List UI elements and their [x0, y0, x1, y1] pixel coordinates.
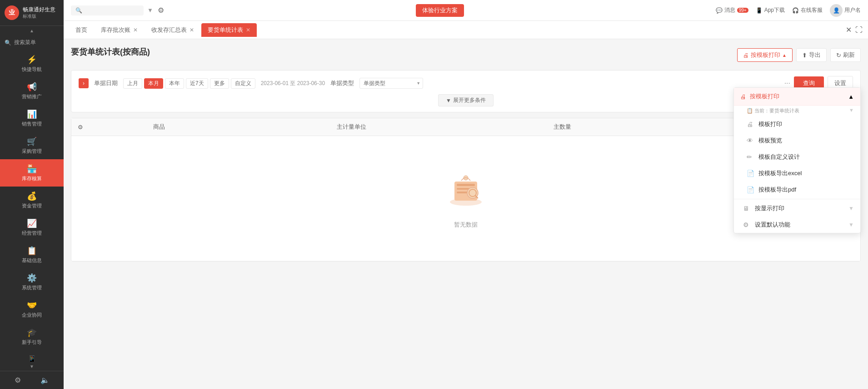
dropdown-item-set-default[interactable]: ⚙ 设置默认功能 ▼	[734, 217, 860, 233]
user-avatar[interactable]: 👤 用户名	[830, 4, 861, 17]
date-btn-custom[interactable]: 自定义	[231, 78, 255, 89]
refresh-icon: ↻	[836, 52, 841, 59]
sidebar-item-inventory[interactable]: 🏪 库存核算	[0, 159, 64, 187]
page-actions: 🖨 按模板打印 ▲ ⬆ 导出 ↻ 刷新	[737, 48, 861, 62]
topbar-search-icon: 🔍	[75, 7, 82, 14]
template-excel-icon: 📄	[747, 170, 754, 177]
app-name: 畅康通好生意	[23, 6, 55, 14]
sidebar-item-label: 企业协同	[22, 312, 42, 318]
online-service-btn[interactable]: 🎧 在线客服	[792, 6, 823, 14]
tab-inventory-batch-close[interactable]: ✕	[133, 27, 138, 33]
tab-close-all-btn[interactable]: ✕	[846, 25, 852, 34]
date-btn-this-year[interactable]: 本年	[165, 78, 184, 89]
filter-expand-arrow[interactable]: ›	[79, 78, 89, 88]
col-settings-icon[interactable]: ⚙	[78, 124, 83, 131]
template-custom-icon: ✏	[747, 153, 754, 161]
sidebar-item-label: 经营管理	[22, 230, 42, 237]
footer-settings-btn[interactable]: ⚙	[15, 376, 21, 384]
basic-icon: 📋	[27, 246, 37, 256]
sidebar-item-system[interactable]: ⚙️ 系统管理	[0, 268, 64, 296]
dropdown-item-display-print[interactable]: 🖥 按显示打印 ▼	[734, 200, 860, 217]
tab-receipt-summary[interactable]: 收发存汇总表 ✕	[145, 23, 200, 37]
table-col-product: 商品	[90, 118, 228, 136]
guide-icon: 🎓	[27, 328, 37, 338]
dropdown-divider	[734, 199, 860, 199]
template-print-icon: 🖨	[747, 121, 754, 128]
dropdown-current-icon: 📋	[747, 108, 753, 113]
sidebar-search[interactable]: 🔍 搜索菜单	[0, 35, 64, 50]
date-shortcuts: 上月 本月 本年 近7天 更多 自定义	[123, 78, 255, 89]
refresh-btn[interactable]: ↻ 刷新	[830, 48, 861, 62]
inventory-icon: 🏪	[27, 164, 37, 174]
messages-badge: 99+	[737, 8, 748, 13]
tab-home[interactable]: 首页	[69, 23, 94, 37]
table-col-unit: 主计量单位	[228, 118, 475, 136]
dropdown-item-template-excel[interactable]: 📄 按模板导出excel	[734, 165, 860, 182]
dropdown-item-template-pdf[interactable]: 📄 按模板导出pdf	[734, 182, 860, 198]
date-btn-7days[interactable]: 近7天	[186, 78, 208, 89]
svg-rect-2	[457, 184, 475, 186]
footer-sound-btn[interactable]: 🔈	[40, 376, 50, 384]
template-pdf-icon: 📄	[747, 186, 754, 193]
dropdown-header[interactable]: 🖨 按模板打印 ▲	[734, 88, 860, 106]
dropdown-item-template-print[interactable]: 🖨 模板打印	[734, 116, 860, 132]
date-range: 2023-06-01 至 2023-06-30	[261, 80, 325, 87]
print-btn[interactable]: 🖨 按模板打印 ▲	[737, 48, 793, 62]
topbar-dropdown-icon[interactable]: ▼	[147, 7, 153, 14]
tab-inventory-batch[interactable]: 库存批次账 ✕	[95, 23, 144, 37]
sidebar-item-operation[interactable]: 📈 经营管理	[0, 214, 64, 241]
display-print-icon: 🖥	[743, 205, 750, 212]
app-download-btn[interactable]: 📱 App下载	[756, 6, 785, 14]
date-btn-last-month[interactable]: 上月	[123, 78, 142, 89]
export-btn[interactable]: ⬆ 导出	[796, 48, 827, 62]
date-btn-this-month[interactable]: 本月	[144, 78, 163, 89]
tab-maximize-btn[interactable]: ⛶	[855, 25, 863, 34]
app-download-label: App下载	[764, 6, 785, 14]
sidebar-item-label: 销售管理	[22, 121, 42, 127]
tab-receipt-summary-close[interactable]: ✕	[190, 27, 194, 33]
sidebar-item-label: 新手引导	[22, 339, 42, 346]
dropdown-item-template-custom[interactable]: ✏ 模板自定义设计	[734, 149, 860, 165]
sidebar-item-sales[interactable]: 📊 销售管理	[0, 105, 64, 132]
dropdown-sub-left: 🖥 按显示打印	[743, 204, 784, 212]
dropdown-item-template-preview[interactable]: 👁 模板预览	[734, 132, 860, 149]
app-download-icon: 📱	[756, 7, 763, 14]
sidebar-scroll-up[interactable]: ▲	[0, 26, 64, 35]
sidebar-item-guide[interactable]: 🎓 新手引导	[0, 323, 64, 350]
sidebar-item-basic[interactable]: 📋 基础信息	[0, 241, 64, 268]
sidebar-item-enterprise[interactable]: 🤝 企业协同	[0, 296, 64, 323]
topbar-search[interactable]: 🔍	[71, 5, 144, 15]
app-logo-icon: 业	[5, 5, 19, 20]
order-type-select[interactable]: 单据类型	[359, 78, 423, 89]
date-btn-more[interactable]: 更多	[210, 78, 229, 89]
sidebar-footer: ⚙ 🔈	[0, 371, 64, 389]
table-col-settings: ⚙	[71, 118, 90, 136]
tab-receipt-summary-label: 收发存汇总表	[151, 26, 187, 34]
user-name: 用户名	[844, 6, 861, 14]
quick-nav-icon: ⚡	[27, 55, 37, 65]
order-type-label: 单据类型	[330, 79, 354, 87]
topbar: 🔍 ▼ ⚙ 体验行业方案 💬 消息 99+ 📱 App下载 🎧 在线客服 👤	[64, 0, 868, 21]
sidebar-item-purchase[interactable]: 🛒 采购管理	[0, 132, 64, 159]
main-content: 🔍 ▼ ⚙ 体验行业方案 💬 消息 99+ 📱 App下载 🎧 在线客服 👤	[64, 0, 868, 389]
system-icon: ⚙️	[27, 273, 37, 283]
topbar-settings-icon[interactable]: ⚙	[158, 6, 164, 15]
sidebar-item-marketing[interactable]: 📢 营销推广	[0, 77, 64, 105]
tab-home-label: 首页	[75, 26, 87, 34]
sidebar-item-quick-nav[interactable]: ⚡ 快捷导航	[0, 50, 64, 77]
dropdown-current-label: 📋 当前：要货单统计表 ▼	[734, 106, 860, 116]
expand-btn-label: 展开更多条件	[453, 96, 486, 104]
tab-order-stats[interactable]: 要货单统计表 ✕	[201, 23, 257, 37]
more-options-btn[interactable]: ···	[784, 79, 790, 87]
sidebar-scroll-down[interactable]: ▼	[0, 362, 64, 371]
expand-more-btn[interactable]: ▼ 展开更多条件	[438, 94, 494, 106]
print-dropdown-menu: 🖨 按模板打印 ▲ 📋 当前：要货单统计表 ▼ 🖨 模板打印 👁 模板预览 ✏ …	[733, 87, 861, 233]
sidebar-logo: 业 畅康通好生意 标准版	[0, 0, 64, 26]
tab-order-stats-close[interactable]: ✕	[246, 27, 250, 33]
messages-btn[interactable]: 💬 消息 99+	[716, 6, 748, 14]
sidebar-item-finance[interactable]: 💰 资金管理	[0, 187, 64, 214]
sidebar-item-label: 资金管理	[22, 202, 42, 209]
sidebar-item-appstore[interactable]: 📱 应用中心	[0, 350, 64, 362]
industry-btn[interactable]: 体验行业方案	[416, 4, 464, 17]
dropdown-current-arrow: ▼	[849, 107, 854, 113]
